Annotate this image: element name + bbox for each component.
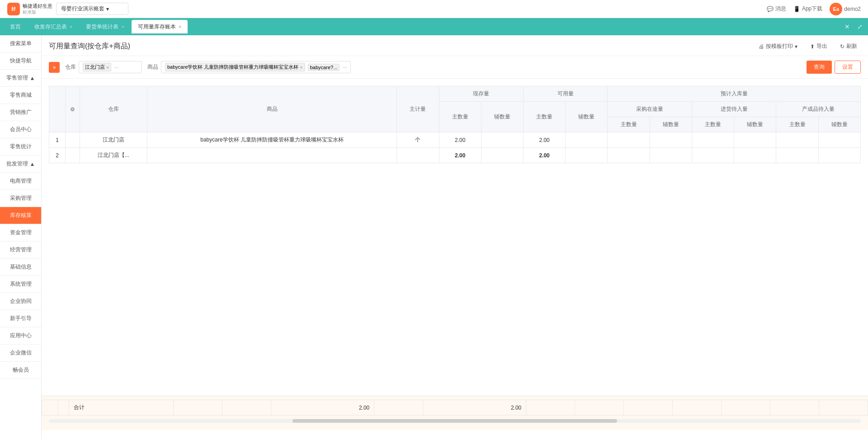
tab-close-order[interactable]: × [121, 24, 124, 29]
sidebar-item-ecommerce[interactable]: 电商管理 [0, 173, 41, 190]
print-btn[interactable]: 🖨 按模板打印 ▾ [755, 41, 801, 52]
sidebar-item-inventory[interactable]: 库存核算 [0, 207, 41, 224]
filter-actions: 查询 设置 [807, 61, 861, 74]
user-area[interactable]: Ea demo2 [830, 3, 861, 15]
cell-num: 1 [49, 132, 66, 148]
tab-close-receivable[interactable]: × [70, 24, 72, 29]
sidebar-item-newbie[interactable]: 新手引导 [0, 310, 41, 327]
col-inbound-main: 主数量 [692, 117, 734, 132]
refresh-icon: ↻ [840, 43, 844, 50]
sidebar-item-retail[interactable]: 零售管理 ▲ [0, 70, 41, 87]
sidebar-item-quick[interactable]: 快捷导航 [0, 52, 41, 70]
col-gear[interactable]: ⚙ [66, 86, 80, 132]
product-filter: 商品 babycare学饮杯 儿童防摔防撞吸管杯重力球吸嘴杯宝宝水杯 × bab… [147, 61, 351, 73]
sidebar-item-appcenter[interactable]: 应用中心 [0, 327, 41, 345]
tab-close-available[interactable]: × [179, 24, 181, 29]
col-purchase-main: 主数量 [608, 117, 650, 132]
horizontal-scrollbar[interactable] [42, 415, 868, 426]
sidebar-item-search[interactable]: 搜索菜单 [0, 35, 41, 52]
cell-stock-aux [481, 148, 523, 163]
warehouse-tag: 江北门店 × [83, 63, 111, 71]
query-button[interactable]: 查询 [807, 61, 832, 74]
cell-product: babycare学饮杯 儿童防摔防撞吸管杯重力球吸嘴杯宝宝水杯 [147, 132, 396, 148]
cell-produced-main [776, 148, 818, 163]
cell-inbound-main [692, 132, 734, 148]
col-produced-main: 主数量 [776, 117, 818, 132]
top-bar-right: 💬 消息 📱 App下载 Ea demo2 [767, 3, 861, 15]
tab-home[interactable]: 首页 [4, 20, 27, 33]
remove-product-btn[interactable]: × [300, 65, 302, 70]
cell-unit: 个 [397, 132, 439, 148]
sidebar-item-basic[interactable]: 基础信息 [0, 259, 41, 276]
col-produced-group: 产成品待入量 [776, 102, 861, 117]
sidebar-item-marketing[interactable]: 营销推广 [0, 104, 41, 121]
sidebar: 搜索菜单 快捷导航 零售管理 ▲ 零售商城 营销推广 会员中心 零售统计 批发管… [0, 35, 42, 439]
sidebar-item-business[interactable]: 经营管理 [0, 241, 41, 259]
col-available-group: 可用量 [524, 86, 608, 102]
cell-product [147, 148, 396, 163]
col-purchase-group: 采购在途量 [608, 102, 692, 117]
print-chevron-icon: ▾ [795, 43, 797, 50]
product-input[interactable]: babycare学饮杯 儿童防摔防撞吸管杯重力球吸嘴杯宝宝水杯 × babyca… [161, 61, 351, 73]
cell-stock-aux [481, 132, 523, 148]
page-title: 可用量查询(按仓库+商品) [49, 42, 130, 51]
product-tag-1: babycare学饮杯 儿童防摔防撞吸管杯重力球吸嘴杯宝宝水杯 × [165, 63, 305, 71]
sidebar-item-member[interactable]: 会员中心 [0, 121, 41, 138]
sidebar-item-system[interactable]: 系统管理 [0, 276, 41, 293]
app-download-btn[interactable]: 📱 App下载 [793, 5, 822, 13]
refresh-btn[interactable]: ↻ 刷新 [836, 41, 861, 52]
cell-purchase-main [608, 148, 650, 163]
sidebar-item-wechat[interactable]: 企业微信 [0, 345, 41, 362]
page-container: 可用量查询(按仓库+商品) 🖨 按模板打印 ▾ ⬆ 导出 ↻ 刷新 [42, 35, 868, 439]
tab-receivable[interactable]: 收发存汇总表 × [28, 20, 79, 33]
col-purchase-aux: 辅数量 [650, 117, 692, 132]
cell-produced-aux [818, 132, 860, 148]
warehouse-input[interactable]: 江北门店 × ··· [79, 61, 142, 73]
col-unit: 主计量 [397, 86, 439, 132]
cell-avail-aux [566, 148, 608, 163]
cell-inbound-aux [734, 148, 776, 163]
cell-produced-aux [818, 148, 860, 163]
sidebar-item-enterprise[interactable]: 企业协同 [0, 293, 41, 310]
table-footer: 合计 2.00 2.00 [42, 396, 868, 430]
table-container: ⚙ 仓库 商品 主计量 现存量 可用量 预计入库量 主数量 辅数量 主数量 辅数… [42, 79, 868, 170]
expand-btn[interactable]: ⤢ [855, 21, 864, 32]
filter-toggle-btn[interactable]: » [49, 62, 60, 73]
close-window-btn[interactable]: ✕ [843, 21, 852, 32]
table-row: 2 江北门店【... 2.00 2.00 [49, 148, 861, 163]
cell-stock-main: 2.00 [439, 148, 481, 163]
export-btn[interactable]: ⬆ 导出 [807, 41, 831, 52]
col-stock-group: 现存量 [439, 86, 523, 102]
sidebar-item-vip[interactable]: 畅会员 [0, 362, 41, 379]
warehouse-more-btn[interactable]: ··· [114, 64, 118, 71]
cell-unit [397, 148, 439, 163]
logo-icon: 好 [7, 3, 20, 15]
col-warehouse: 仓库 [80, 86, 147, 132]
col-inbound-aux: 辅数量 [734, 117, 776, 132]
phone-icon: 📱 [793, 6, 800, 12]
cell-purchase-aux [650, 148, 692, 163]
col-rownum [49, 86, 66, 132]
tab-available[interactable]: 可用量库存账本 × [132, 20, 188, 33]
industry-selector[interactable]: 母婴行业演示账套 ▾ [56, 3, 128, 15]
sidebar-item-shop[interactable]: 零售商城 [0, 87, 41, 104]
sidebar-item-stats[interactable]: 零售统计 [0, 138, 41, 156]
wholesale-arrow-icon: ▲ [30, 161, 35, 167]
col-stock-aux: 辅数量 [481, 102, 523, 132]
remove-warehouse-btn[interactable]: × [106, 65, 109, 70]
main-content: 可用量查询(按仓库+商品) 🖨 按模板打印 ▾ ⬆ 导出 ↻ 刷新 [42, 35, 868, 439]
settings-button[interactable]: 设置 [835, 61, 861, 74]
data-table: ⚙ 仓库 商品 主计量 现存量 可用量 预计入库量 主数量 辅数量 主数量 辅数… [49, 86, 861, 163]
avatar: Ea [830, 3, 842, 15]
sidebar-item-purchase[interactable]: 采购管理 [0, 190, 41, 207]
sidebar-item-finance[interactable]: 资金管理 [0, 224, 41, 241]
tab-order[interactable]: 要货单统计表 × [80, 20, 130, 33]
sidebar-item-wholesale[interactable]: 批发管理 ▲ [0, 156, 41, 173]
message-btn[interactable]: 💬 消息 [767, 5, 786, 13]
product-more-btn[interactable]: ··· [342, 64, 347, 71]
col-product: 商品 [147, 86, 396, 132]
cell-inbound-main [692, 148, 734, 163]
logo-text: 畅捷通好生意 标准版 [23, 3, 52, 15]
cell-warehouse: 江北门店 [80, 132, 147, 148]
cell-produced-main [776, 132, 818, 148]
